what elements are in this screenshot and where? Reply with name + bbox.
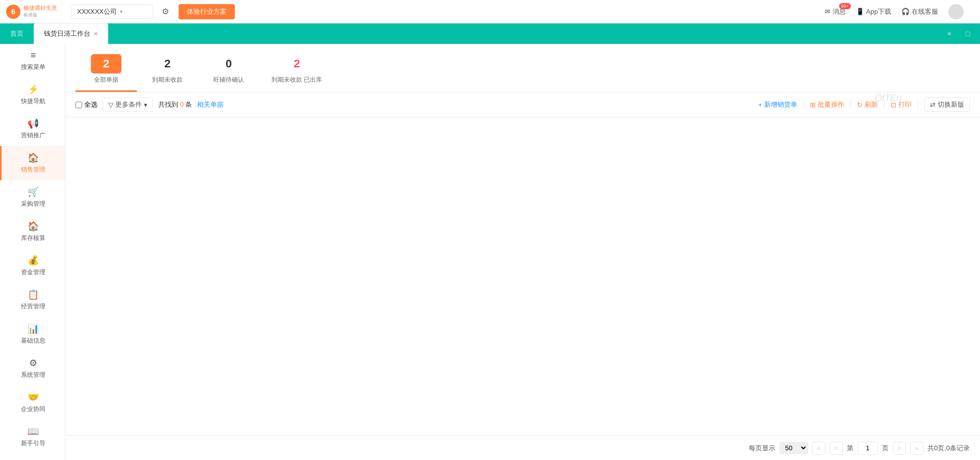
batch-icon: ⊞ xyxy=(810,101,816,109)
prev-page-button[interactable]: < xyxy=(829,442,843,455)
batch-label: 批量操作 xyxy=(818,100,844,109)
print-label: 打印 xyxy=(898,100,912,109)
select-all-checkbox[interactable]: 全选 xyxy=(76,100,97,109)
stat-pending-label: 旺辅待确认 xyxy=(213,76,244,84)
per-page-label: 每页显示 xyxy=(749,444,775,453)
sidebar-label-search-menu: 搜索菜单 xyxy=(21,63,45,71)
tab-home-label: 首页 xyxy=(10,29,23,38)
related-records-link[interactable]: 相关单据 xyxy=(197,100,224,109)
sidebar-label-marketing: 营销推广 xyxy=(21,131,45,140)
sidebar-item-sales[interactable]: 🏠 销售管理 xyxy=(0,146,65,180)
divider-1 xyxy=(803,101,804,109)
stat-tab-overdue-shipped[interactable]: 2 到期未收款 已出库 xyxy=(259,50,334,92)
select-all-label: 全选 xyxy=(84,100,97,109)
page-label: 第 xyxy=(847,444,853,453)
table-area xyxy=(65,117,980,435)
divider-4 xyxy=(918,101,918,109)
sidebar-item-enterprise[interactable]: 🤝 企业协同 xyxy=(0,385,65,420)
tab-home[interactable]: 首页 xyxy=(0,23,34,44)
stat-overdue-number: 2 xyxy=(152,54,183,74)
switch-version-button[interactable]: ⇄ 切换新版 xyxy=(924,98,970,112)
sidebar-item-app-center[interactable]: 📦 应用中心 xyxy=(0,454,65,460)
stat-overdue-label: 到期未收款 xyxy=(152,76,183,84)
sidebar-item-finance[interactable]: 💰 资金管理 xyxy=(0,249,65,283)
divider-2 xyxy=(850,101,851,109)
content-area: 2 全部单据 2 到期未收款 0 旺辅待确认 2 到期未收款 已出库 全选 xyxy=(65,44,980,460)
stat-tab-pending[interactable]: 0 旺辅待确认 xyxy=(198,50,259,92)
main-layout: ≡ 搜索菜单 ⚡ 快捷导航 📢 营销推广 🏠 销售管理 🛒 采购管理 🏠 库存核… xyxy=(0,44,980,460)
count-number: 0 xyxy=(180,101,184,108)
sidebar-label-quick-nav: 快捷导航 xyxy=(21,97,45,106)
app-download-icon: 📱 xyxy=(856,8,864,15)
top-header: 6 畅捷通好生意 标准版 XXXXXX公司 ▾ ⚙ 体验行业方案 ✉ 消息 99… xyxy=(0,0,980,23)
search-menu-icon: ≡ xyxy=(31,50,36,61)
select-all-input[interactable] xyxy=(76,102,82,108)
per-page-select[interactable]: 10 20 50 100 xyxy=(779,442,808,454)
sidebar-item-quick-nav[interactable]: ⚡ 快捷导航 xyxy=(0,78,65,112)
messages-badge: 99+ xyxy=(839,3,851,9)
logo-text: 畅捷通好生意 xyxy=(23,5,57,11)
sidebar-item-system[interactable]: ⚙ 系统管理 xyxy=(0,351,65,385)
logo-icon: 6 xyxy=(6,5,20,19)
first-page-button[interactable]: « xyxy=(812,442,825,455)
sidebar-item-guide[interactable]: 📖 新手引导 xyxy=(0,420,65,454)
count-text: 共找到 0 条 xyxy=(158,100,192,109)
toolbar: 全选 ▽ 更多条件 ▾ 共找到 0 条 相关单据 + 新增销货单 xyxy=(65,92,980,117)
finance-icon: 💰 xyxy=(28,255,39,266)
expand-icon[interactable]: □ xyxy=(961,27,975,41)
app-download-button[interactable]: 📱 App下载 xyxy=(856,7,891,16)
settings-button[interactable]: ⚙ xyxy=(157,4,174,20)
sidebar-item-search-menu[interactable]: ≡ 搜索菜单 xyxy=(0,44,65,78)
sidebar-item-basic-info[interactable]: 📊 基础信息 xyxy=(0,317,65,351)
messages-button[interactable]: ✉ 消息 99+ xyxy=(825,7,846,16)
sidebar-label-sales: 销售管理 xyxy=(21,165,45,174)
sidebar-label-operations: 经营管理 xyxy=(21,302,45,311)
divider-3 xyxy=(884,101,885,109)
inventory-icon: 🏠 xyxy=(28,221,39,232)
guide-icon: 📖 xyxy=(28,426,39,437)
filter-label: 更多条件 xyxy=(115,100,142,109)
online-service-button[interactable]: 🎧 在线客服 xyxy=(901,7,938,16)
batch-operation-button[interactable]: ⊞ 批量操作 xyxy=(810,100,844,109)
avatar[interactable] xyxy=(948,4,964,19)
sidebar-item-operations[interactable]: 📋 经营管理 xyxy=(0,283,65,317)
sidebar-item-inventory[interactable]: 🏠 库存核算 xyxy=(0,214,65,249)
close-window-icon[interactable]: × xyxy=(942,27,957,41)
new-sales-button[interactable]: + 新增销货单 xyxy=(758,100,797,109)
pagination-bar: 每页显示 10 20 50 100 « < 第 页 > » 共0页,0条记录 xyxy=(65,435,980,460)
next-page-button[interactable]: > xyxy=(893,442,906,455)
sidebar-item-marketing[interactable]: 📢 营销推广 xyxy=(0,112,65,146)
sales-icon: 🏠 xyxy=(28,152,39,163)
logo-area: 6 畅捷通好生意 标准版 xyxy=(6,5,71,19)
stats-tabs: 2 全部单据 2 到期未收款 0 旺辅待确认 2 到期未收款 已出库 xyxy=(65,44,980,92)
page-number-input[interactable] xyxy=(857,442,878,455)
marketing-icon: 📢 xyxy=(28,118,39,129)
count-prefix: 共找到 xyxy=(158,101,178,108)
stat-all-number: 2 xyxy=(91,54,121,74)
sidebar-item-purchase[interactable]: 🛒 采购管理 xyxy=(0,180,65,214)
app-download-label: App下载 xyxy=(866,7,891,16)
total-label: 共0页,0条记录 xyxy=(927,444,970,453)
sidebar: ≡ 搜索菜单 ⚡ 快捷导航 📢 营销推广 🏠 销售管理 🛒 采购管理 🏠 库存核… xyxy=(0,44,65,460)
stat-tab-all[interactable]: 2 全部单据 xyxy=(76,50,137,92)
tab-bar-actions: × □ xyxy=(942,27,980,41)
filter-chevron-icon: ▾ xyxy=(144,101,148,109)
refresh-icon: ↻ xyxy=(857,101,863,109)
filter-button[interactable]: ▽ 更多条件 ▾ xyxy=(103,98,153,112)
print-button[interactable]: ⊡ 打印 xyxy=(891,100,912,109)
last-page-button[interactable]: » xyxy=(910,442,923,455)
stat-overdue-shipped-label: 到期未收款 已出库 xyxy=(272,76,322,84)
sidebar-label-enterprise: 企业协同 xyxy=(21,405,45,414)
stat-all-label: 全部单据 xyxy=(94,76,118,84)
refresh-button[interactable]: ↻ 刷新 xyxy=(857,100,878,109)
trial-button[interactable]: 体验行业方案 xyxy=(179,4,235,19)
operations-icon: 📋 xyxy=(28,289,39,300)
refresh-label: 刷新 xyxy=(865,100,878,109)
basic-info-icon: 📊 xyxy=(28,323,39,334)
close-tab-icon[interactable]: ✕ xyxy=(93,31,98,37)
quick-nav-icon: ⚡ xyxy=(28,84,39,95)
stat-tab-overdue[interactable]: 2 到期未收款 xyxy=(137,50,198,92)
toolbar-right: + 新增销货单 ⊞ 批量操作 ↻ 刷新 ⊡ 打印 xyxy=(758,98,970,112)
company-selector[interactable]: XXXXXX公司 ▾ xyxy=(71,5,153,19)
tab-workbench[interactable]: 钱货日清工作台 ✕ xyxy=(34,23,108,44)
